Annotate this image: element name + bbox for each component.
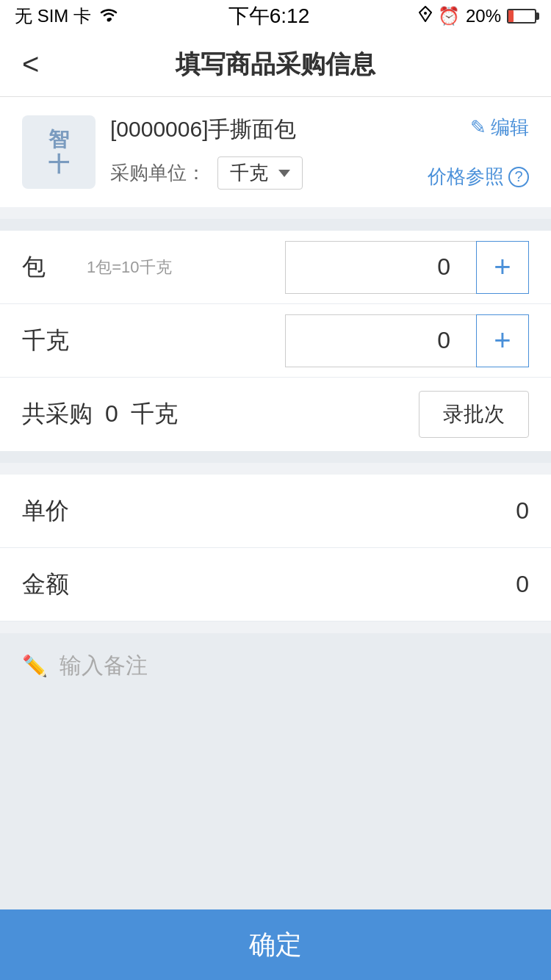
kg-plus-button[interactable]: + — [476, 314, 529, 367]
page-title: 填写商品采购信息 — [176, 48, 375, 82]
unit-value: 千克 — [230, 160, 268, 186]
unit-select[interactable]: 千克 — [217, 156, 303, 190]
summary-text: 共采购 0 千克 — [22, 398, 178, 430]
bag-input-row: 包 1包=10千克 + — [0, 231, 551, 304]
notes-placeholder: 输入备注 — [60, 651, 148, 681]
amount-label: 金额 — [22, 569, 69, 601]
carrier-text: 无 SIM 卡 — [15, 4, 91, 28]
edit-button[interactable]: ✎ 编辑 — [470, 115, 529, 140]
kg-input-row: 千克 + — [0, 304, 551, 378]
unit-price-row: 单价 0 — [0, 475, 551, 548]
chevron-down-icon — [278, 170, 290, 177]
summary-amount: 0 — [105, 400, 118, 427]
confirm-button[interactable]: 确定 — [0, 909, 551, 980]
unit-label: 采购单位： — [110, 160, 206, 186]
svg-point-0 — [107, 18, 111, 22]
divider-2 — [0, 451, 551, 463]
price-ref-label: 价格参照 — [428, 164, 504, 190]
edit-icon: ✎ — [470, 116, 486, 139]
content: 智 十 [0000006]手撕面包 采购单位： 千克 ✎ 编辑 价格参照 ? — [0, 97, 551, 919]
kg-label: 千克 — [22, 325, 81, 357]
product-name: [0000006]手撕面包 — [110, 115, 529, 145]
record-button[interactable]: 录批次 — [419, 391, 529, 438]
bag-sublabel: 1包=10千克 — [87, 256, 172, 278]
logo-line2: 十 — [48, 152, 69, 177]
divider-1 — [0, 219, 551, 231]
svg-point-1 — [424, 12, 427, 15]
product-image: 智 十 — [22, 115, 96, 189]
nav-bar: < 填写商品采购信息 — [0, 32, 551, 97]
status-time: 下午6:12 — [228, 2, 310, 30]
product-card: 智 十 [0000006]手撕面包 采购单位： 千克 ✎ 编辑 价格参照 ? — [0, 97, 551, 207]
bottom-spacer — [0, 699, 551, 919]
amount-row: 金额 0 — [0, 548, 551, 621]
status-bar: 无 SIM 卡 下午6:12 ⏰ 20% — [0, 0, 551, 32]
summary-prefix: 共采购 — [22, 400, 93, 427]
kg-input-right: + — [285, 314, 529, 367]
price-ref-button[interactable]: 价格参照 ? — [428, 164, 529, 190]
back-button[interactable]: < — [22, 48, 39, 81]
input-section: 包 1包=10千克 + 千克 + — [0, 231, 551, 378]
bag-label: 包 — [22, 251, 81, 284]
kg-input[interactable] — [285, 314, 476, 367]
battery-icon — [507, 9, 536, 24]
alarm-icon: ⏰ — [438, 6, 460, 26]
bag-input-right: + — [285, 241, 529, 294]
amount-value: 0 — [516, 571, 529, 598]
unit-price-label: 单价 — [22, 495, 69, 527]
status-left: 无 SIM 卡 — [15, 4, 119, 28]
summary-row: 共采购 0 千克 录批次 — [0, 378, 551, 451]
unit-price-value: 0 — [516, 497, 529, 525]
summary-unit: 千克 — [131, 400, 178, 427]
notes-section[interactable]: ✏️ 输入备注 — [0, 633, 551, 699]
status-right: ⏰ 20% — [419, 6, 536, 26]
price-section: 单价 0 金额 0 — [0, 475, 551, 621]
location-icon — [419, 6, 432, 26]
edit-label: 编辑 — [491, 115, 529, 140]
bag-plus-button[interactable]: + — [476, 241, 529, 294]
product-logo: 智 十 — [48, 127, 69, 176]
wifi-icon — [98, 6, 119, 26]
battery-percent: 20% — [466, 6, 501, 26]
pencil-icon: ✏️ — [22, 654, 48, 678]
logo-line1: 智 — [48, 127, 69, 152]
bag-input[interactable] — [285, 241, 476, 294]
question-icon: ? — [508, 167, 529, 187]
